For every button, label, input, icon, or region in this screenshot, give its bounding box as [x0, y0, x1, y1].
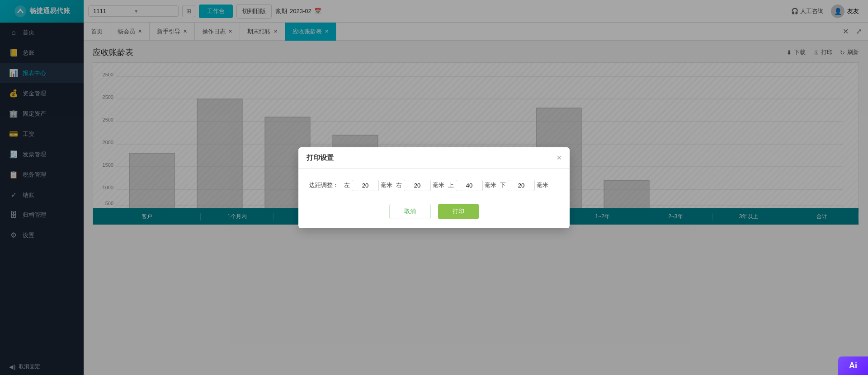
top-label: 上 [448, 181, 454, 189]
right-label: 右 [396, 181, 402, 189]
margin-left-group: 左 毫米 [344, 180, 392, 191]
modal-body: 边距调整： 左 毫米 右 毫米 上 毫米 下 [298, 169, 570, 198]
print-settings-modal: 打印设置 × 边距调整： 左 毫米 右 毫米 上 毫米 [298, 147, 570, 228]
unit-label-top: 毫米 [485, 181, 496, 189]
modal-print-button[interactable]: 打印 [438, 204, 479, 219]
bottom-label: 下 [500, 181, 506, 189]
bottom-input[interactable] [508, 180, 535, 191]
left-label: 左 [344, 181, 350, 189]
margin-top-group: 上 毫米 [448, 180, 496, 191]
margin-label: 边距调整： [309, 181, 339, 189]
unit-label-right: 毫米 [433, 181, 444, 189]
modal-title: 打印设置 [307, 154, 334, 162]
margin-bottom-group: 下 毫米 [500, 180, 548, 191]
margin-right-group: 右 毫米 [396, 180, 444, 191]
right-input[interactable] [404, 180, 431, 191]
modal-header: 打印设置 × [298, 147, 570, 169]
top-input[interactable] [456, 180, 483, 191]
modal-footer: 取消 打印 [298, 198, 570, 228]
ai-badge[interactable]: Ai [838, 356, 868, 375]
modal-close-button[interactable]: × [557, 154, 561, 162]
left-input[interactable] [352, 180, 379, 191]
cancel-button[interactable]: 取消 [389, 204, 431, 219]
unit-label-bottom: 毫米 [537, 181, 548, 189]
modal-overlay[interactable]: 打印设置 × 边距调整： 左 毫米 右 毫米 上 毫米 [0, 0, 868, 375]
unit-label-left: 毫米 [381, 181, 392, 189]
ai-label: Ai [849, 361, 857, 370]
margin-row: 边距调整： 左 毫米 右 毫米 上 毫米 下 [309, 180, 559, 191]
